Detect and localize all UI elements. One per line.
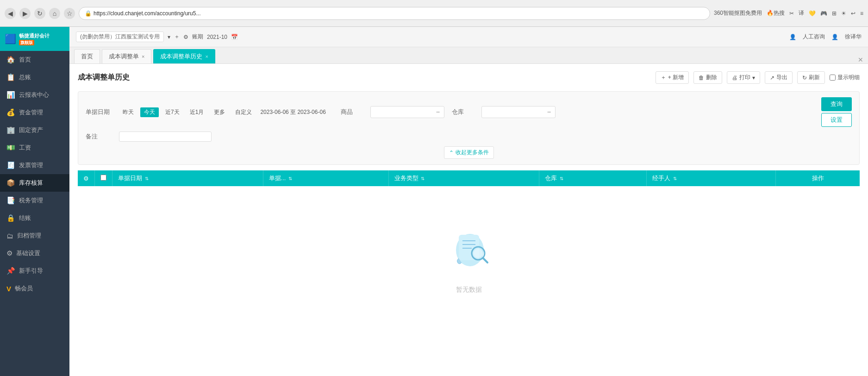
sidebar-item-funds[interactable]: 💰 资金管理: [0, 104, 69, 121]
settings-gear-icon[interactable]: ⚙: [183, 34, 188, 40]
print-button[interactable]: 🖨 打印 ▾: [727, 71, 760, 84]
date-filter-label: 单据日期: [86, 108, 112, 116]
home-btn[interactable]: ⌂: [49, 8, 60, 19]
empty-icon: [446, 223, 492, 278]
browser-toolbar-right: 360智能抠图免费用 🔥热搜 ✂ 译 💛 🎮 ⊞ ☀ ↩ ≡: [714, 9, 863, 17]
delete-icon: 🗑: [699, 75, 704, 81]
select-all-checkbox[interactable]: [100, 175, 106, 181]
th-checkbox[interactable]: [95, 170, 112, 186]
star-btn[interactable]: ☆: [64, 8, 75, 19]
sort-warehouse-icon: ⇅: [560, 176, 563, 181]
payroll-icon: 💵: [6, 144, 15, 152]
sort-docnum-icon: ⇅: [288, 176, 292, 181]
tab-cost-adjust-history-close[interactable]: ×: [205, 54, 208, 59]
shortcut-7days[interactable]: 近7天: [162, 107, 183, 117]
wallet-icon: 💛: [809, 10, 816, 17]
tabs-bar: 首页 成本调整单 × 成本调整单历史 × ✕: [69, 47, 868, 64]
sidebar-item-reports[interactable]: 📊 云报表中心: [0, 86, 69, 104]
app-wrapper: 🟦 畅捷通好会计 旗舰版 🏠 首页 📋 总账 📊 云报表中心 💰 资金管理: [0, 27, 868, 376]
archive-icon: 🗂: [6, 232, 13, 240]
tab-home[interactable]: 首页: [74, 49, 100, 63]
th-date[interactable]: 单据日期 ⇅: [112, 170, 263, 186]
sidebar-item-ledger[interactable]: 📋 总账: [0, 69, 69, 86]
top-bar: (勿删勿禁用）江西服宝测试专用 ▾ ＋ ⚙ 账期 2021-10 📅 👤 人工咨…: [69, 27, 868, 47]
sidebar-item-member[interactable]: V 畅会员: [0, 280, 69, 297]
shortcut-more[interactable]: 更多: [210, 107, 229, 117]
tab-cost-adjust-history-label: 成本调整单历史: [160, 52, 202, 61]
date-shortcuts: 昨天 今天 近7天 近1月 更多 自定义 2023-06-06 至 2023-0…: [119, 107, 326, 117]
logo-icon: 🟦: [5, 33, 16, 44]
sort-biztype-icon: ⇅: [421, 176, 425, 181]
th-warehouse[interactable]: 仓库 ⇅: [539, 170, 647, 186]
sidebar-item-settings[interactable]: ⚙ 基础设置: [0, 244, 69, 262]
remark-input[interactable]: [119, 132, 212, 142]
back-btn[interactable]: ◀: [5, 8, 16, 19]
show-detail-checkbox[interactable]: 显示明细: [830, 74, 860, 81]
tab-cost-adjust-close[interactable]: ×: [142, 54, 144, 59]
warehouse-more-icon: ···: [547, 108, 550, 116]
shortcut-custom[interactable]: 自定义: [231, 107, 256, 117]
funds-icon: 💰: [6, 108, 15, 117]
sidebar-item-assets[interactable]: 🏢 固定资产: [0, 121, 69, 139]
th-settings[interactable]: ⚙: [78, 170, 95, 186]
filter-buttons: 查询 设置: [821, 97, 852, 127]
product-select[interactable]: ···: [370, 106, 444, 118]
refresh-btn[interactable]: ↻: [34, 8, 45, 19]
add-button[interactable]: ＋ + 新增: [656, 71, 689, 84]
th-doc-num[interactable]: 单据... ⇅: [263, 170, 388, 186]
th-handler[interactable]: 经手人 ⇅: [647, 170, 776, 186]
sidebar-item-closing[interactable]: 🔒 结账: [0, 209, 69, 227]
service-label[interactable]: 人工咨询: [803, 33, 825, 41]
address-bar[interactable]: 🔒 https://cloud.chanjet.com/accounting/u…: [79, 7, 710, 20]
query-button[interactable]: 查询: [821, 97, 852, 111]
dropdown-icon[interactable]: ▾: [168, 34, 170, 40]
add-btn[interactable]: ＋: [174, 33, 180, 41]
print-icon: 🖨: [732, 75, 737, 81]
closing-icon: 🔒: [6, 214, 15, 222]
sidebar-item-inventory[interactable]: 📦 库存核算: [0, 174, 69, 192]
table-header-row: ⚙ 单据日期 ⇅ 单据... ⇅ 业务类型 ⇅: [78, 170, 860, 186]
collapse-button[interactable]: ⌃ 收起更多条件: [444, 146, 494, 159]
date-range-text: 2023-06-06 至 2023-06-06: [260, 108, 325, 116]
warehouse-select[interactable]: ···: [481, 106, 556, 118]
page-title: 成本调整单历史: [78, 73, 130, 82]
export-button[interactable]: ↗ 导出: [765, 71, 793, 84]
guide-icon: 📌: [6, 267, 15, 275]
export-icon: ↗: [770, 75, 774, 81]
th-biz-type[interactable]: 业务类型 ⇅: [388, 170, 539, 186]
user-icon: 👤: [831, 34, 838, 40]
main-content: (勿删勿禁用）江西服宝测试专用 ▾ ＋ ⚙ 账期 2021-10 📅 👤 人工咨…: [69, 27, 868, 376]
delete-button[interactable]: 🗑 删除: [693, 71, 722, 84]
tab-cost-adjust[interactable]: 成本调整单 ×: [102, 49, 151, 63]
360search-label: 360智能抠图免费用: [714, 9, 762, 17]
sidebar-item-home[interactable]: 🏠 首页: [0, 51, 69, 69]
forward-btn[interactable]: ▶: [19, 8, 31, 19]
logo-text: 畅捷通好会计 旗舰版: [19, 32, 50, 46]
sidebar-item-tax[interactable]: 📑 税务管理: [0, 192, 69, 209]
shortcut-yesterday[interactable]: 昨天: [119, 107, 137, 117]
sidebar-item-archive[interactable]: 🗂 归档管理: [0, 227, 69, 244]
shortcut-today[interactable]: 今天: [140, 107, 159, 117]
page-header: 成本调整单历史 ＋ + 新增 🗑 删除 🖨 打印 ▾: [78, 71, 860, 84]
sidebar-badge: 旗舰版: [19, 40, 34, 45]
sort-date-icon: ⇅: [145, 176, 149, 181]
tab-cost-adjust-history[interactable]: 成本调整单历史 ×: [153, 49, 215, 63]
sidebar-item-payroll[interactable]: 💵 工资: [0, 139, 69, 157]
calendar-icon[interactable]: 📅: [231, 34, 238, 40]
ssl-icon: 🔒: [85, 10, 92, 17]
inventory-icon: 📦: [6, 179, 15, 187]
product-filter-label: 商品: [341, 108, 367, 116]
no-data-illustration: [446, 223, 492, 269]
sidebar: 🟦 畅捷通好会计 旗舰版 🏠 首页 📋 总账 📊 云报表中心 💰 资金管理: [0, 27, 69, 376]
settings-filter-button[interactable]: 设置: [821, 113, 852, 127]
menu-icon[interactable]: ≡: [860, 10, 863, 17]
empty-state-row: 暂无数据: [78, 186, 860, 331]
tab-cost-adjust-label: 成本调整单: [109, 52, 139, 61]
shortcut-1month[interactable]: 近1月: [186, 107, 208, 117]
tab-close-all-btn[interactable]: ✕: [858, 56, 863, 63]
sidebar-item-invoice[interactable]: 🧾 发票管理: [0, 157, 69, 174]
refresh-button[interactable]: ↻ 刷新: [797, 71, 825, 84]
product-more-icon: ···: [436, 108, 439, 116]
sidebar-item-guide[interactable]: 📌 新手引导: [0, 262, 69, 280]
show-detail-check[interactable]: [830, 75, 836, 81]
